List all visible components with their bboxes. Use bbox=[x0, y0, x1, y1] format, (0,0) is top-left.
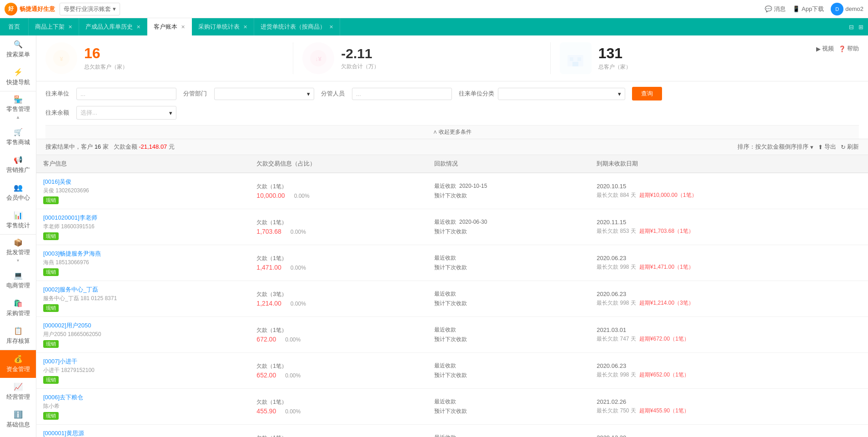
tab-bar-actions: ⊟ ⊞ bbox=[844, 18, 868, 35]
due-date-value: 2020.10.15 bbox=[597, 183, 861, 190]
sidebar-item-purchase-mgmt[interactable]: 🛍️ 采购管理 bbox=[0, 294, 36, 322]
view-label: 视频 bbox=[822, 45, 834, 53]
sidebar-item-finance[interactable]: 💰 资金管理 bbox=[0, 350, 36, 378]
due-info-cell: 2021.02.26 最长欠款 750 天 超期¥455.90（1笔） bbox=[590, 389, 868, 425]
overdue-amount[interactable]: 超期¥455.90（1笔） bbox=[639, 407, 689, 414]
results-summary: 搜索结果中，客户 16 家 欠款金额 -21,148.07 元 bbox=[45, 143, 175, 151]
table-row: [0002]服务中心_丁磊 服务中心_丁磊 181 0125 8371 现销 欠… bbox=[36, 281, 868, 317]
svg-rect-5 bbox=[570, 57, 573, 61]
debt-amount-display: -21,148.07 bbox=[139, 143, 167, 150]
sort-select[interactable]: 排序：按欠款金额倒序排序 ▾ bbox=[738, 143, 813, 151]
person-label: 分管人员 bbox=[321, 90, 348, 98]
purchase-mgmt-icon: 🛍️ bbox=[14, 299, 23, 307]
customer-name-link[interactable]: [0001020001]李老师 bbox=[43, 214, 243, 222]
sidebar-item-member[interactable]: 👥 会员中心 bbox=[0, 179, 36, 206]
customer-table: 客户信息 欠款交易信息（占比） 回款情况 到期未收款日期 [0016]吴俊 吴俊… bbox=[36, 155, 868, 437]
supplier-input[interactable]: ... bbox=[76, 88, 176, 100]
filter-area: 往来单位 ... 分管部门 ▾ 分管人员 ... bbox=[36, 81, 868, 139]
overdue-days: 最长欠款 853 天 bbox=[597, 228, 637, 234]
export-button[interactable]: ⬆ 导出 bbox=[818, 143, 836, 151]
person-input[interactable]: ... bbox=[352, 88, 452, 100]
sidebar-item-quick-nav[interactable]: ⚡ 快捷导航 bbox=[0, 63, 36, 91]
yuan-icon: ¥ bbox=[52, 49, 70, 67]
customer-name-link[interactable]: [000001]黄思源 bbox=[43, 429, 243, 437]
tab-warehouse-close[interactable]: ✕ bbox=[136, 24, 140, 30]
sidebar-inventory-label: 库存核算 bbox=[6, 337, 30, 345]
overdue-amount[interactable]: 超期¥10,000.00（1笔） bbox=[639, 192, 697, 198]
sidebar-item-retail-stats[interactable]: 📊 零售统计 bbox=[0, 206, 36, 234]
balance-placeholder: 选择... bbox=[80, 109, 97, 117]
user-menu[interactable]: D demo2 bbox=[831, 3, 863, 15]
customer-name-link[interactable]: [0002]服务中心_丁磊 bbox=[43, 286, 243, 294]
customer-name-link[interactable]: [0016]吴俊 bbox=[43, 178, 243, 186]
debt-amount-value: 1,703.68 bbox=[256, 228, 281, 235]
debt-count-label: 欠款（1笔） bbox=[256, 398, 421, 406]
message-label: 消息 bbox=[774, 5, 786, 13]
tab-purchase-label: 采购订单统计表 bbox=[198, 23, 240, 31]
help-button[interactable]: ❓ 帮助 bbox=[838, 45, 859, 53]
tab-warehouse[interactable]: 产成品入库单历史 ✕ bbox=[79, 18, 147, 35]
th-customer-info: 客户信息 bbox=[36, 155, 250, 173]
balance-select[interactable]: 选择... ▾ bbox=[76, 106, 176, 120]
sidebar-item-retail-mall[interactable]: 🛒 零售商城 bbox=[0, 123, 36, 151]
tab-minimize-icon[interactable]: ⊟ bbox=[849, 24, 854, 30]
debt-customers-icon: ¥ bbox=[45, 42, 77, 74]
tab-expand-icon[interactable]: ⊞ bbox=[858, 24, 863, 30]
customer-name-link[interactable]: [0003]畅捷服务尹海燕 bbox=[43, 250, 243, 258]
total-customers-info: 131 总客户（家） bbox=[598, 45, 631, 71]
tab-customer-ledger[interactable]: 客户账本 ✕ bbox=[147, 18, 192, 35]
message-button[interactable]: 💬 消息 bbox=[765, 5, 786, 13]
sidebar-item-marketing[interactable]: 📢 营销推广 bbox=[0, 151, 36, 179]
tab-products[interactable]: 商品上下架 ✕ bbox=[29, 18, 79, 35]
app-download-label: App下载 bbox=[802, 5, 824, 13]
tab-products-close[interactable]: ✕ bbox=[68, 24, 72, 30]
repay-info-cell: 最近收款 预计下次收款 bbox=[427, 281, 590, 317]
customer-name-link[interactable]: [0007]小进干 bbox=[43, 357, 243, 366]
dept-select[interactable]: ▾ bbox=[214, 88, 314, 100]
category-select[interactable]: ▾ bbox=[498, 88, 625, 100]
sidebar-search-label: 搜索菜单 bbox=[6, 50, 30, 59]
sidebar-item-inventory[interactable]: 📋 库存核算 bbox=[0, 322, 36, 350]
overdue-amount[interactable]: 超期¥672.00（1笔） bbox=[639, 336, 689, 342]
overdue-days: 最长欠款 998 天 bbox=[597, 372, 637, 378]
next-payment: 预计下次收款 bbox=[434, 372, 583, 379]
th-due-date: 到期未收款日期 bbox=[590, 155, 868, 173]
sidebar-item-basic-info[interactable]: ℹ️ 基础信息 bbox=[0, 406, 36, 433]
refresh-button[interactable]: ↻ 刷新 bbox=[841, 143, 859, 151]
tab-stock-close[interactable]: ✕ bbox=[329, 24, 333, 30]
overdue-amount[interactable]: 超期¥1,471.00（1笔） bbox=[639, 264, 694, 270]
tab-purchase[interactable]: 采购订单统计表 ✕ bbox=[192, 18, 254, 35]
sidebar-item-wholesale-mgmt[interactable]: 📦 批发管理 ▾ bbox=[0, 235, 36, 266]
table-row: [0003]畅捷服务尹海燕 海燕 18513066976 现销 欠款（1笔） 1… bbox=[36, 245, 868, 281]
customer-phone: 用户2050 18665062050 bbox=[43, 331, 243, 338]
overdue-amount[interactable]: 超期¥1,703.68（1笔） bbox=[639, 228, 694, 234]
table-container: 客户信息 欠款交易信息（占比） 回款情况 到期未收款日期 [0016]吴俊 吴俊… bbox=[36, 155, 868, 437]
customer-name-link[interactable]: [000002]用户2050 bbox=[43, 321, 243, 330]
sidebar-item-retail-mgmt[interactable]: 🏪 零售管理 ▲ bbox=[0, 91, 36, 123]
overdue-amount[interactable]: 超期¥652.00（1笔） bbox=[639, 372, 689, 378]
sort-arrow-icon: ▾ bbox=[810, 144, 813, 151]
sidebar-item-ecommerce[interactable]: 💻 电商管理 bbox=[0, 266, 36, 294]
tab-customer-close[interactable]: ✕ bbox=[181, 24, 185, 30]
company-select[interactable]: 母婴行业演示账套 ▾ bbox=[60, 3, 120, 15]
next-payment: 预计下次收款 bbox=[434, 336, 583, 343]
tab-stock[interactable]: 进货单统计表（按商品） ✕ bbox=[254, 18, 340, 35]
help-icon: ❓ bbox=[838, 45, 846, 52]
sidebar-item-search[interactable]: 🔍 搜索菜单 bbox=[0, 35, 36, 63]
query-button[interactable]: 查询 bbox=[632, 87, 662, 100]
customer-name-link[interactable]: [0006]去下粮仓 bbox=[43, 393, 243, 402]
sidebar-item-ops[interactable]: 📈 经营管理 bbox=[0, 378, 36, 406]
sidebar-item-sys-mgmt[interactable]: ⚙️ 系统管理 bbox=[0, 433, 36, 437]
overdue-amount[interactable]: 超期¥1,214.00（3笔） bbox=[639, 300, 694, 306]
debt-info-cell: 欠款（1笔） 672.00 0.00% bbox=[250, 317, 427, 353]
app-download-button[interactable]: 📱 App下载 bbox=[793, 5, 824, 13]
sidebar-basic-info-label: 基础信息 bbox=[6, 421, 30, 429]
filter-collapse-button[interactable]: ∧ 收起更多条件 bbox=[45, 125, 859, 139]
customer-count: 16 bbox=[95, 143, 101, 150]
refresh-icon: ↻ bbox=[841, 144, 846, 151]
view-button[interactable]: ▶ 视频 bbox=[816, 45, 834, 53]
debt-ratio: 0.00% bbox=[285, 408, 301, 415]
sidebar-wholesale-label: 批发管理 bbox=[6, 248, 30, 256]
tab-purchase-close[interactable]: ✕ bbox=[243, 24, 247, 30]
tab-home[interactable]: 首页 bbox=[0, 18, 29, 35]
